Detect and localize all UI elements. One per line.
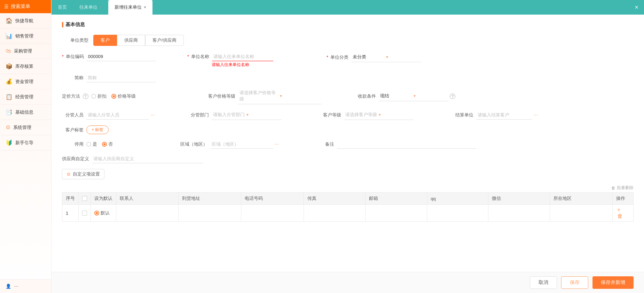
pricing-level-radio[interactable]: 价格等级	[111, 93, 136, 99]
sidebar-item-label: 系统管理	[13, 124, 31, 131]
tab-new-partner-label: 新增往来单位	[115, 4, 142, 10]
pricing-discount-radio[interactable]: 折扣	[91, 93, 107, 99]
save-new-button[interactable]: 保存并新增	[592, 276, 634, 289]
add-row-button[interactable]: +	[616, 207, 621, 213]
sidebar: ☰ 搜索菜单 🏠 快捷导航 📊 销售管理 🛍 采购管理 📦 库存核算 💰 资金管…	[0, 0, 52, 293]
manager-field: 分管人员 ···	[62, 111, 173, 120]
dept-select[interactable]: 请输入分管部门 ▾	[212, 110, 281, 120]
unit-name-field-group: * 单位名称	[187, 52, 273, 61]
form-row-pricing: 定价方法 ? 折扣 价格等级	[62, 88, 634, 104]
manager-input[interactable]	[86, 111, 149, 120]
sidebar-search[interactable]: ☰ 搜索菜单	[0, 0, 51, 13]
main-area: 首页 往来单位 × 新增往来单位 × × 基本信息 单位类型 客户 供应商 客户…	[52, 0, 644, 293]
add-tag-button[interactable]: + 标签	[86, 125, 109, 134]
disabled-no-radio[interactable]: 否	[102, 141, 113, 147]
contact-input[interactable]	[120, 209, 175, 218]
region-table-input[interactable]	[553, 209, 609, 218]
col-address: 到货地址	[178, 193, 241, 205]
sidebar-item-operations[interactable]: 📋 经营管理	[0, 89, 51, 105]
wechat-input[interactable]	[492, 209, 546, 218]
customer-price-select[interactable]: 请选择客户价格等级 ▾	[238, 88, 322, 104]
customer-level-select[interactable]: 请选择客户等级 ▾	[344, 110, 414, 120]
system-icon: ⚙	[6, 124, 10, 131]
unit-type-both[interactable]: 客户/供应商	[145, 35, 184, 46]
form-row-short-name: 简称	[62, 73, 634, 82]
region-more-icon[interactable]: ···	[273, 141, 280, 147]
user-dots-icon: ⋯	[14, 284, 18, 289]
sidebar-item-new-guide[interactable]: 🔰 新手引导	[0, 135, 51, 150]
region-input[interactable]	[210, 140, 273, 149]
manager-label: 分管人员	[62, 112, 86, 118]
sidebar-item-label: 新手引导	[15, 140, 33, 146]
short-name-input[interactable]	[86, 73, 156, 82]
sidebar-item-system[interactable]: ⚙ 系统管理	[0, 120, 51, 135]
purchase-icon: 🛍	[6, 48, 11, 54]
unit-name-field: * 单位名称 请输入往来单位名称	[187, 52, 313, 68]
settlement-field: 结算单位 ···	[452, 111, 563, 120]
col-checkbox	[79, 193, 91, 205]
short-name-field: 简称	[62, 73, 173, 82]
disabled-label: 停用	[62, 141, 86, 147]
sidebar-item-quick-nav[interactable]: 🏠 快捷导航	[0, 13, 51, 29]
unit-category-select[interactable]: 未分类 ▾	[351, 52, 421, 62]
tab-partners-close[interactable]: ×	[100, 5, 102, 10]
unit-code-input[interactable]	[87, 52, 156, 61]
col-fax: 传真	[304, 193, 366, 205]
section-header: 基本信息	[62, 22, 634, 28]
payment-terms-select[interactable]: 现结 ▾	[379, 91, 448, 101]
customer-price-field: 客户价格等级 请选择客户价格等级 ▾	[208, 88, 340, 104]
cancel-button[interactable]: 取消	[530, 276, 557, 289]
customer-level-label: 客户等级	[320, 112, 344, 118]
tab-new-partner[interactable]: 新增往来单位 ×	[108, 0, 152, 15]
tab-close-all[interactable]: ×	[629, 0, 644, 15]
cell-contact	[116, 205, 179, 222]
yes-radio-circle	[86, 142, 91, 147]
col-contact: 联系人	[116, 193, 179, 205]
settlement-input[interactable]	[476, 111, 532, 120]
email-input[interactable]	[369, 209, 423, 218]
sidebar-item-basic-info[interactable]: 📑 基础信息	[0, 105, 51, 120]
notes-input[interactable]	[337, 140, 476, 149]
unit-type-supplier[interactable]: 供应商	[117, 35, 145, 46]
cell-action: + 🗑	[612, 205, 633, 222]
default-radio[interactable]: 默认	[94, 210, 112, 216]
sidebar-item-finance[interactable]: 💰 资金管理	[0, 74, 51, 89]
fax-input[interactable]	[307, 209, 362, 218]
payment-terms-help-icon[interactable]: ?	[450, 93, 455, 99]
cell-wechat	[488, 205, 550, 222]
sidebar-item-sales[interactable]: 📊 销售管理	[0, 29, 51, 44]
sidebar-item-label: 采购管理	[14, 48, 32, 54]
tab-new-partner-close[interactable]: ×	[144, 5, 146, 10]
customer-level-placeholder: 请选择客户等级	[345, 112, 379, 118]
unit-type-customer[interactable]: 客户	[93, 35, 117, 46]
chevron-down-icon-5: ▾	[379, 112, 412, 117]
unit-type-label: 单位类型	[62, 37, 93, 43]
batch-delete-label[interactable]: 批量删除	[617, 185, 634, 191]
qq-input[interactable]	[431, 209, 484, 218]
table-row: 1 默认	[62, 205, 634, 222]
sidebar-item-inventory[interactable]: 📦 库存核算	[0, 59, 51, 74]
pricing-method-help-icon[interactable]: ?	[83, 93, 88, 99]
unit-name-input[interactable]	[212, 52, 273, 61]
gear-icon: ⚙	[66, 172, 71, 177]
unit-name-error: 请输入往来单位名称	[212, 62, 249, 68]
manager-more-icon[interactable]: ···	[149, 112, 156, 118]
delete-row-button[interactable]: 🗑	[616, 213, 624, 219]
phone-input[interactable]	[245, 209, 300, 218]
tab-partners[interactable]: 往来单位 ×	[73, 0, 108, 15]
address-input[interactable]	[182, 209, 237, 218]
header-checkbox[interactable]	[82, 196, 87, 201]
disabled-radio-group: 是 否	[86, 141, 113, 147]
row-checkbox[interactable]	[82, 211, 87, 215]
custom-settings-button[interactable]: ⚙ 自定义项设置	[62, 169, 104, 179]
settlement-more-icon[interactable]: ···	[532, 112, 539, 118]
sidebar-item-purchase[interactable]: 🛍 采购管理	[0, 44, 51, 59]
save-button[interactable]: 保存	[561, 276, 588, 289]
disabled-yes-radio[interactable]: 是	[86, 141, 97, 147]
unit-category-label: * 单位分类	[327, 54, 351, 60]
home-icon: 🏠	[6, 17, 13, 24]
col-qq: qq	[427, 193, 488, 205]
supplier-custom-input[interactable]	[92, 154, 203, 163]
tab-home[interactable]: 首页	[52, 0, 73, 15]
footer-bar: 取消 保存 保存并新增	[52, 272, 644, 293]
